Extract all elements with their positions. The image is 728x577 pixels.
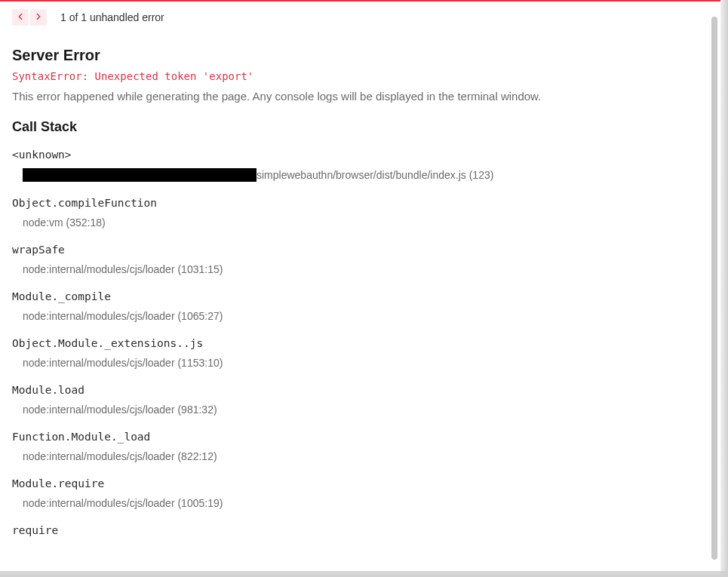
stack-frame: Module.require node:internal/modules/cjs… [12,477,708,509]
arrow-right-icon [33,11,44,24]
stack-frame: wrapSafe node:internal/modules/cjs/loade… [12,244,708,275]
frame-function: <unknown> [12,149,708,161]
frame-location: simplewebauthn/browser/dist/bundle/index… [12,168,708,182]
error-description: This error happened while generating the… [12,90,708,103]
frame-location: node:internal/modules/cjs/loader (981:32… [12,404,708,416]
frame-function: Module._compile [12,290,708,302]
error-nav-bar: 1 of 1 unhandled error [0,2,720,32]
frame-function: Function.Module._load [12,431,708,443]
frame-function: Object.compileFunction [12,197,708,209]
stack-frame: Object.compileFunction node:vm (352:18) [12,197,708,229]
scrollbar[interactable] [711,17,717,560]
error-message: SyntaxError: Unexpected token 'export' [12,70,708,82]
frame-function: Module.require [12,477,708,490]
stack-frame: <unknown> simplewebauthn/browser/dist/bu… [12,149,708,182]
stack-frame: Object.Module._extensions..js node:inter… [12,337,708,369]
frame-location: node:internal/modules/cjs/loader (822:12… [12,450,708,462]
frame-function: Module.load [12,384,708,396]
redacted-path [23,168,256,182]
frame-location: node:internal/modules/cjs/loader (1065:2… [12,310,708,322]
frame-location: node:vm (352:18) [12,216,708,229]
frame-function: Object.Module._extensions..js [12,337,708,349]
next-error-button[interactable] [30,9,47,26]
frame-location: node:internal/modules/cjs/loader (1031:1… [12,263,708,275]
frame-function: require [12,524,708,536]
stack-frame: require [12,524,708,544]
right-shadow [720,0,728,577]
callstack-title: Call Stack [12,119,708,135]
frame-function: wrapSafe [12,244,708,256]
error-overlay: 1 of 1 unhandled error Server Error Synt… [0,0,720,575]
error-title: Server Error [12,47,708,64]
frame-location: node:internal/modules/cjs/loader (1153:1… [12,357,708,369]
frame-location: node:internal/modules/cjs/loader (1005:1… [12,497,708,509]
stack-frame: Module._compile node:internal/modules/cj… [12,290,708,322]
error-content: Server Error SyntaxError: Unexpected tok… [0,47,720,544]
prev-error-button[interactable] [12,9,29,26]
arrow-left-icon [15,11,26,24]
error-counter: 1 of 1 unhandled error [60,11,164,23]
stack-frame: Function.Module._load node:internal/modu… [12,431,708,462]
bottom-shadow [0,571,728,577]
stack-frame: Module.load node:internal/modules/cjs/lo… [12,384,708,416]
frame-location-suffix: simplewebauthn/browser/dist/bundle/index… [256,169,493,181]
